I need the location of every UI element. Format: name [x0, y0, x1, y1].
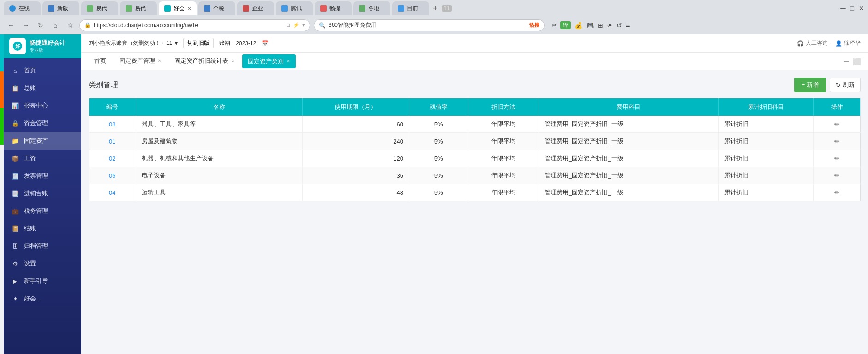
period-value: 2023-12: [236, 40, 256, 47]
edit-icon-0[interactable]: ✏: [834, 120, 840, 128]
page-tab-category-close[interactable]: ✕: [287, 59, 290, 64]
bookmark-btn[interactable]: ☆: [65, 20, 76, 31]
new-tab-btn[interactable]: +: [431, 4, 440, 13]
reload-btn[interactable]: ↻: [35, 20, 46, 31]
add-btn[interactable]: + 新增: [794, 78, 826, 92]
browser-tab-9[interactable]: 各地: [353, 1, 390, 15]
cell-residual-4: 5%: [409, 184, 468, 201]
edit-icon-4[interactable]: ✏: [834, 189, 840, 196]
consult-btn[interactable]: 🎧 人工咨询: [797, 39, 828, 47]
sidebar-item-settings-label: 设置: [24, 259, 36, 268]
left-edge: [0, 34, 4, 354]
browser-tab-10[interactable]: 目前: [392, 1, 429, 15]
tab-minimize-icon[interactable]: ─: [844, 58, 849, 65]
sidebar-item-stock[interactable]: 📑 进销台账: [4, 185, 81, 202]
sun-icon[interactable]: ☀: [607, 22, 613, 29]
sidebar-item-funds[interactable]: 🔒 资金管理: [4, 114, 81, 132]
sidebar-item-ledger[interactable]: 📋 总账: [4, 79, 81, 97]
cell-months-0: 60: [302, 116, 409, 133]
home-btn[interactable]: ⌂: [50, 20, 61, 31]
header-actions: + 新增 ↻ 刷新: [794, 78, 861, 92]
browser-tab-4[interactable]: 好会 ✕: [159, 1, 197, 15]
cell-code-2[interactable]: 02: [89, 150, 136, 167]
browser-tab-4-label: 好会: [174, 5, 185, 12]
page-tab-home[interactable]: 首页: [89, 54, 112, 69]
browser-tab-5[interactable]: 个税: [198, 1, 235, 15]
grid-icon[interactable]: ⊞: [598, 22, 603, 29]
back-btn[interactable]: ←: [6, 20, 17, 31]
sidebar-item-archive[interactable]: 🗄 归档管理: [4, 237, 81, 255]
browser-tab-0[interactable]: 在线: [4, 1, 41, 15]
sidebar-item-more[interactable]: ✦ 好会...: [4, 290, 81, 307]
edge-teal: [0, 34, 4, 71]
translate-icon[interactable]: 译: [560, 21, 571, 29]
edit-icon-1[interactable]: ✏: [834, 138, 840, 145]
lightning-btn[interactable]: ⚡: [293, 22, 299, 28]
sidebar-item-settings[interactable]: ⚙ 设置: [4, 255, 81, 272]
search-box[interactable]: 🔍 360智能抠图免费用 热搜: [314, 19, 545, 31]
browser-tab-1[interactable]: 新版: [42, 1, 79, 15]
cell-code-3[interactable]: 05: [89, 167, 136, 184]
browser-tab-10-label: 目前: [407, 5, 418, 12]
site-info-btn[interactable]: ⊞: [286, 22, 290, 28]
page-tab-assets-mgmt-close[interactable]: ✕: [158, 58, 162, 63]
page-tab-assets-mgmt[interactable]: 固定资产管理 ✕: [114, 54, 167, 69]
user-profile-btn[interactable]: 👤 徐泽华: [835, 39, 861, 47]
undo-icon[interactable]: ↺: [617, 22, 622, 29]
sidebar-item-home[interactable]: ⌂ 首页: [4, 62, 81, 79]
sidebar-item-close[interactable]: 📔 结账: [4, 220, 81, 237]
cell-method-0: 年限平均: [468, 116, 539, 133]
browser-tab-8[interactable]: 畅提: [315, 1, 352, 15]
browser-tab-4-close[interactable]: ✕: [187, 6, 191, 11]
cell-residual-3: 5%: [409, 167, 468, 184]
edit-icon-2[interactable]: ✏: [834, 155, 840, 162]
cell-accum-2: 累计折旧: [718, 150, 813, 167]
browser-tab-7[interactable]: 腾讯: [276, 1, 313, 15]
cell-accum-4: 累计折旧: [718, 184, 813, 201]
menu-icon[interactable]: ≡: [626, 21, 630, 30]
page-tab-category[interactable]: 固定资产类别 ✕: [242, 54, 296, 68]
cell-code-1[interactable]: 01: [89, 133, 136, 150]
cell-code-4[interactable]: 04: [89, 184, 136, 201]
address-box[interactable]: 🔒 https://cloud.chanjet.com/accounting/u…: [79, 19, 310, 31]
switch-btn[interactable]: 切到旧版: [183, 38, 214, 48]
sidebar-item-payroll[interactable]: 📦 工资: [4, 150, 81, 167]
sidebar-item-funds-label: 资金管理: [24, 119, 48, 127]
toolbar-icons: ✂ 译 💰 🎮 ⊞ ☀ ↺ ≡: [552, 21, 630, 30]
close-btn[interactable]: ✕: [859, 5, 864, 12]
search-text: 360智能抠图免费用: [329, 21, 527, 29]
sidebar-menu: ⌂ 首页 📋 总账 📊 报表中心 🔒 资金管理 📁 固定资产 📦 工资: [4, 58, 81, 354]
dropdown-arrow[interactable]: ▾: [175, 40, 178, 47]
browser-tab-3[interactable]: 易代: [120, 1, 157, 15]
page-tab-depreciation[interactable]: 固定资产折旧统计表 ✕: [169, 54, 240, 69]
cell-accum-1: 累计折旧: [718, 133, 813, 150]
calendar-icon[interactable]: 📅: [262, 40, 269, 47]
sidebar-item-reports[interactable]: 📊 报表中心: [4, 97, 81, 114]
page-tab-depreciation-close[interactable]: ✕: [231, 58, 235, 63]
tab-window-controls: ─ ⬜: [844, 58, 861, 65]
page-tab-assets-mgmt-label: 固定资产管理: [119, 57, 155, 65]
minimize-btn[interactable]: ─: [840, 4, 845, 12]
page-tab-category-label: 固定资产类别: [248, 57, 284, 66]
cell-code-0[interactable]: 03: [89, 116, 136, 133]
sidebar-item-assets[interactable]: 📁 固定资产: [4, 132, 81, 150]
scissors-icon[interactable]: ✂: [552, 22, 557, 29]
browser-tab-2[interactable]: 易代: [81, 1, 118, 15]
edit-icon-3[interactable]: ✏: [834, 172, 840, 179]
sidebar-item-guide[interactable]: ▶ 新手引导: [4, 272, 81, 290]
sidebar-item-invoice[interactable]: 🧾 发票管理: [4, 167, 81, 185]
cell-accum-0: 累计折旧: [718, 116, 813, 133]
tab-expand-icon[interactable]: ⬜: [853, 58, 861, 65]
game-icon[interactable]: 🎮: [586, 22, 594, 29]
stock-icon: 📑: [11, 189, 19, 198]
guide-icon: ▶: [11, 277, 19, 285]
dropdown-btn[interactable]: ▾: [302, 22, 305, 28]
wallet-icon[interactable]: 💰: [575, 22, 582, 29]
refresh-icon: ↻: [836, 82, 841, 89]
forward-btn[interactable]: →: [20, 20, 31, 31]
maximize-btn[interactable]: □: [850, 5, 854, 12]
sidebar-item-tax[interactable]: 💼 税务管理: [4, 202, 81, 220]
cell-expense-0: 管理费用_固定资产折旧_一级: [539, 116, 719, 133]
refresh-btn[interactable]: ↻ 刷新: [830, 78, 861, 92]
browser-tab-6[interactable]: 企业: [237, 1, 274, 15]
